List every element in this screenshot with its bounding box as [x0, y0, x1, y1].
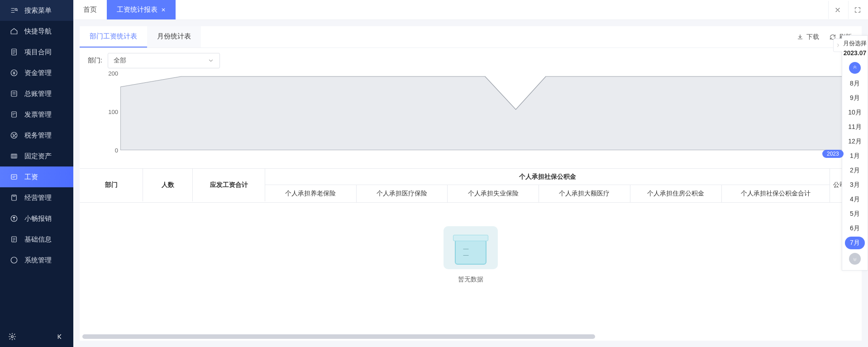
th-count: 人数	[143, 169, 193, 201]
sidebar-item-label: 工资	[24, 173, 38, 181]
sub-tabs: 部门工资统计表 月份统计表	[80, 26, 201, 48]
month-panel-toggle[interactable]	[833, 38, 842, 52]
sidebar-item-label: 发票管理	[24, 110, 52, 119]
collapse-sidebar-icon[interactable]	[56, 333, 65, 342]
month-item-8[interactable]: 8月	[842, 77, 868, 90]
month-item-7[interactable]: 7月	[845, 237, 865, 249]
sidebar-item-salary[interactable]: 工资	[0, 166, 73, 187]
month-next-button[interactable]	[849, 253, 861, 265]
month-item-6[interactable]: 6月	[842, 222, 868, 235]
sidebar-item-project-contract[interactable]: 项目合同	[0, 42, 73, 62]
chart: 200 100 0	[80, 73, 862, 164]
invoice-icon	[10, 110, 18, 119]
horizontal-scrollbar[interactable]	[82, 334, 859, 339]
tab-salary-report[interactable]: 工资统计报表 ✕	[107, 0, 176, 19]
system-icon	[10, 256, 18, 264]
month-item-1[interactable]: 1月	[842, 150, 868, 162]
sidebar-item-general-ledger[interactable]: 总账管理	[0, 83, 73, 104]
sub-tab-label: 月份统计表	[157, 32, 191, 41]
month-item-12[interactable]: 12月	[842, 135, 868, 148]
gear-icon[interactable]	[8, 333, 17, 342]
month-prev-button[interactable]	[849, 62, 861, 74]
th-medical: 个人承担医疗保险	[357, 185, 448, 202]
base-info-icon	[10, 235, 18, 243]
th-payable-total: 应发工资合计	[193, 169, 265, 201]
fullscreen-button[interactable]	[848, 1, 866, 19]
sidebar-item-label: 固定资产	[24, 152, 52, 161]
sidebar-item-base-info[interactable]: 基础信息	[0, 229, 73, 250]
y-tick: 200	[102, 70, 118, 77]
empty-text: 暂无数据	[458, 276, 483, 284]
sidebar-item-operations[interactable]: 经营管理	[0, 187, 73, 208]
sidebar-item-label: 基础信息	[24, 235, 52, 244]
sidebar-item-reimbursement[interactable]: 小畅报销	[0, 208, 73, 229]
svg-rect-7	[11, 175, 17, 180]
month-item-9[interactable]: 9月	[842, 92, 868, 105]
tab-home[interactable]: 首页	[73, 0, 107, 19]
chevron-down-icon	[208, 57, 214, 64]
dept-select[interactable]: 全部	[108, 53, 220, 68]
sidebar-item-label: 搜索菜单	[24, 6, 52, 15]
sidebar-item-tax[interactable]: 税务管理	[0, 125, 73, 146]
sidebar-item-search-menu[interactable]: 搜索菜单	[0, 0, 73, 21]
sidebar-item-label: 经营管理	[24, 194, 52, 202]
main-area: 首页 工资统计报表 ✕ 部门工资统计表 月份统计表	[73, 0, 868, 347]
sidebar-item-label: 快捷导航	[24, 27, 52, 36]
month-item-10[interactable]: 10月	[842, 106, 868, 119]
sidebar-item-quick-nav[interactable]: 快捷导航	[0, 21, 73, 42]
contract-icon	[10, 48, 18, 56]
sidebar-item-label: 小畅报销	[24, 214, 52, 223]
salary-icon	[10, 173, 18, 181]
download-label: 下载	[806, 33, 819, 41]
top-right-controls	[828, 0, 868, 20]
chart-plot: 200 100 0	[120, 73, 853, 150]
close-icon[interactable]: ✕	[161, 7, 166, 13]
th-pension: 个人承担养老保险	[265, 185, 357, 202]
top-tabs: 首页 工资统计报表 ✕	[73, 0, 868, 20]
sub-tabs-row: 部门工资统计表 月份统计表 下载 刷新	[80, 26, 862, 48]
svg-rect-4	[12, 112, 17, 117]
content-wrap: 部门工资统计表 月份统计表 下载 刷新	[73, 20, 868, 347]
month-item-5[interactable]: 5月	[842, 208, 868, 220]
month-item-3[interactable]: 3月	[842, 179, 868, 191]
month-panel-current: 2023.07	[844, 49, 867, 57]
th-group-personal-social: 个人承担社保公积金 个人承担养老保险 个人承担医疗保险 个人承担失业保险 个人承…	[265, 169, 830, 202]
th-dept: 部门	[80, 169, 143, 201]
money-icon	[10, 69, 18, 77]
th-housing: 个人承担住房公积金	[630, 185, 722, 202]
year-divider: 2023 1月	[842, 150, 868, 162]
th-personal-total: 个人承担社保公积金合计	[722, 185, 830, 202]
dept-filter-label: 部门:	[88, 57, 102, 65]
empty-illustration: — —	[444, 226, 498, 269]
tab-label: 工资统计报表	[117, 5, 157, 14]
asset-icon	[10, 152, 18, 160]
sub-tab-label: 部门工资统计表	[90, 32, 137, 41]
content-card: 部门工资统计表 月份统计表 下载 刷新	[80, 26, 862, 341]
scroll-thumb[interactable]	[82, 334, 595, 339]
sub-tab-month-stats[interactable]: 月份统计表	[147, 26, 201, 48]
svg-rect-8	[12, 195, 17, 200]
sidebar-item-fund-management[interactable]: 资金管理	[0, 62, 73, 83]
dept-select-value: 全部	[114, 57, 126, 65]
ledger-icon	[10, 90, 18, 98]
sidebar-item-fixed-assets[interactable]: 固定资产	[0, 146, 73, 166]
svg-point-11	[11, 336, 14, 338]
operations-icon	[10, 194, 18, 202]
download-button[interactable]: 下载	[796, 33, 819, 41]
sidebar-item-invoice[interactable]: 发票管理	[0, 104, 73, 125]
table-head: 部门 人数 应发工资合计 个人承担社保公积金 个人承担养老保险 个人承担医疗保险…	[80, 168, 862, 203]
sidebar-item-label: 税务管理	[24, 131, 52, 140]
year-badge: 2023	[822, 150, 844, 158]
sidebar-footer	[0, 327, 73, 347]
y-tick: 100	[102, 109, 118, 115]
sub-tab-dept-salary[interactable]: 部门工资统计表	[80, 26, 147, 48]
month-panel: 月份选择 2023.07 8月 9月 10月 11月 12月 2023 1月 2…	[842, 35, 868, 271]
close-all-tabs-button[interactable]	[828, 1, 846, 19]
search-list-icon	[10, 6, 18, 14]
filters-row: 部门: 全部	[80, 48, 862, 73]
month-item-4[interactable]: 4月	[842, 193, 868, 206]
month-item-2[interactable]: 2月	[842, 164, 868, 177]
sidebar-item-label: 总账管理	[24, 90, 52, 98]
month-item-11[interactable]: 11月	[842, 121, 868, 133]
sidebar-item-system[interactable]: 系统管理	[0, 250, 73, 271]
